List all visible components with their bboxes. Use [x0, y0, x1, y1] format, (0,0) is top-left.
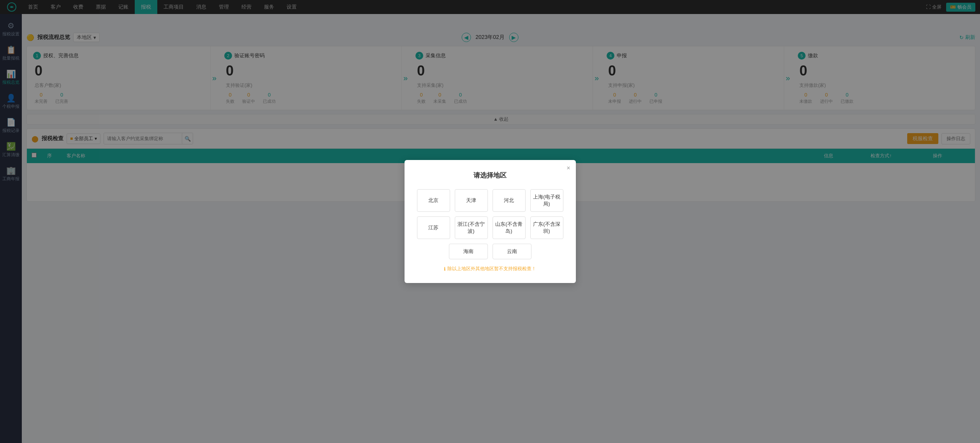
region-btn-jiangsu[interactable]: 江苏 — [417, 216, 450, 239]
region-btn-shanghai[interactable]: 上海(电子税局) — [530, 189, 563, 212]
region-select-modal: × 请选择地区 北京 天津 河北 上海(电子税局) 江苏 浙江(不含宁波) 山东… — [405, 160, 576, 283]
modal-warning: ℹ 除以上地区外其他地区暂不支持报税检查！ — [417, 265, 563, 272]
region-grid-row3: 海南 云南 — [417, 244, 563, 259]
region-btn-hainan[interactable]: 海南 — [449, 244, 488, 259]
region-btn-shandong[interactable]: 山东(不含青岛) — [493, 216, 526, 239]
modal-close-button[interactable]: × — [567, 165, 570, 172]
modal-title: 请选择地区 — [417, 171, 563, 180]
region-btn-yunnan[interactable]: 云南 — [493, 244, 531, 259]
modal-overlay: × 请选择地区 北京 天津 河北 上海(电子税局) 江苏 浙江(不含宁波) 山东… — [0, 0, 980, 443]
region-btn-zhejiang[interactable]: 浙江(不含宁波) — [455, 216, 488, 239]
region-btn-tianjin[interactable]: 天津 — [455, 189, 488, 212]
region-grid-row1: 北京 天津 河北 上海(电子税局) — [417, 189, 563, 212]
warning-icon: ℹ — [444, 266, 446, 272]
region-btn-guangdong[interactable]: 广东(不含深圳) — [530, 216, 563, 239]
region-grid-row2: 江苏 浙江(不含宁波) 山东(不含青岛) 广东(不含深圳) — [417, 216, 563, 239]
region-btn-hebei[interactable]: 河北 — [493, 189, 526, 212]
region-btn-beijing[interactable]: 北京 — [417, 189, 450, 212]
